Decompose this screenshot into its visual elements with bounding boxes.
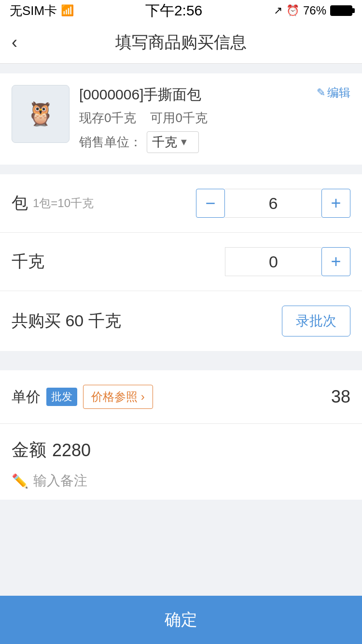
package-input[interactable] — [225, 189, 321, 218]
nav-bar: ‹ 填写商品购买信息 — [0, 21, 362, 64]
price-label: 单价 批发 价格参照 › — [12, 385, 153, 409]
stock-available: 可用0千克 — [150, 111, 207, 125]
carrier-text: 无SIM卡 — [10, 2, 57, 19]
edit-icon: ✎ — [317, 86, 325, 99]
stock-current: 现存0千克 — [79, 111, 136, 125]
product-unit: 销售单位： 千克 ▼ — [79, 131, 350, 153]
location-icon: ↗ — [274, 4, 282, 17]
wifi-icon: 📶 — [61, 4, 74, 17]
price-ref-button[interactable]: 价格参照 › — [83, 385, 153, 409]
product-section: 🦉 [0000006]手撕面包 现存0千克 可用0千克 销售单位： 千克 ▼ ✎… — [0, 73, 362, 165]
remark-placeholder: 输入备注 — [33, 472, 87, 490]
summary-row: 共购买 60 千克 录批次 — [0, 291, 362, 351]
status-right: ↗ ⏰ 76% — [274, 4, 352, 17]
remark-row[interactable]: ✏️ 输入备注 — [12, 472, 350, 490]
product-info: [0000006]手撕面包 现存0千克 可用0千克 销售单位： 千克 ▼ — [79, 85, 350, 153]
chevron-down-icon: ▼ — [179, 137, 189, 148]
confirm-button-label: 确定 — [165, 609, 197, 631]
amount-value: 2280 — [52, 440, 91, 461]
amount-section: 金额 2280 ✏️ 输入备注 — [0, 424, 362, 500]
package-minus-button[interactable]: − — [196, 189, 225, 218]
package-input-row: 包 1包=10千克 − + — [0, 174, 362, 233]
amount-label: 金额 — [12, 438, 46, 462]
alarm-icon: ⏰ — [286, 4, 299, 17]
unit-label: 销售单位： — [79, 134, 142, 151]
package-input-section: 包 1包=10千克 − + 千克 + — [0, 174, 362, 291]
amount-row: 金额 2280 — [12, 438, 350, 462]
status-bar: 无SIM卡 📶 下午2:56 ↗ ⏰ 76% — [0, 0, 362, 21]
kg-stepper: + — [225, 247, 350, 276]
section-divider-1 — [0, 165, 362, 174]
pencil-icon: ✏️ — [12, 473, 28, 489]
package-plus-button[interactable]: + — [321, 189, 350, 218]
package-label: 包 1包=10千克 — [12, 192, 94, 214]
package-stepper: − + — [196, 189, 350, 218]
product-stock: 现存0千克 可用0千克 — [79, 110, 350, 126]
product-name: [0000006]手撕面包 — [79, 85, 350, 105]
package-sub-label: 1包=10千克 — [33, 196, 94, 211]
summary-text: 共购买 60 千克 — [12, 310, 121, 332]
battery-text: 76% — [303, 4, 326, 17]
back-button[interactable]: ‹ — [12, 32, 17, 53]
kg-plus-button[interactable]: + — [321, 247, 350, 276]
price-tag: 批发 — [46, 388, 77, 406]
edit-label: 编辑 — [327, 85, 350, 100]
kg-input-row: 千克 + — [0, 233, 362, 291]
batch-button[interactable]: 录批次 — [282, 306, 350, 336]
product-image: 🦉 — [12, 85, 70, 143]
battery-icon — [330, 5, 352, 16]
status-time: 下午2:56 — [145, 1, 202, 21]
unit-select[interactable]: 千克 ▼ — [147, 131, 199, 153]
status-carrier: 无SIM卡 📶 — [10, 2, 74, 19]
kg-input[interactable] — [225, 247, 321, 276]
confirm-button[interactable]: 确定 — [0, 596, 362, 644]
price-section: 单价 批发 价格参照 › 38 — [0, 370, 362, 424]
edit-button[interactable]: ✎ 编辑 — [317, 85, 350, 100]
unit-value: 千克 — [152, 134, 177, 151]
section-divider-2 — [0, 351, 362, 361]
price-value: 38 — [331, 387, 350, 407]
page-title: 填写商品购买信息 — [115, 31, 247, 54]
kg-label: 千克 — [12, 251, 44, 273]
